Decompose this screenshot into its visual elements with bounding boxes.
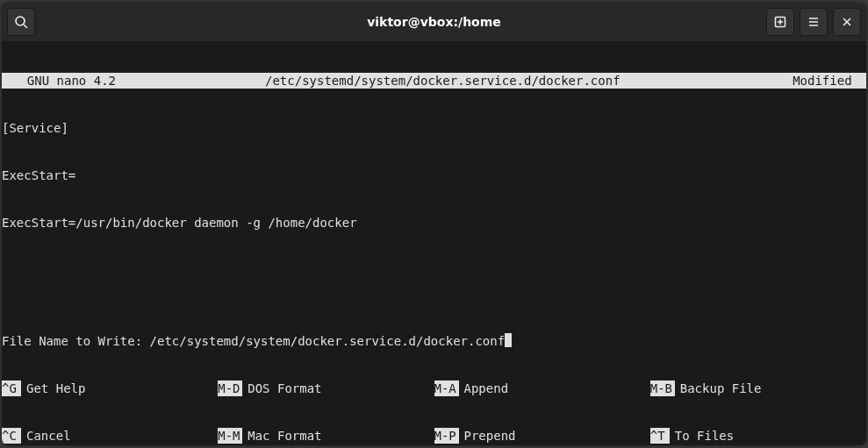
terminal-area[interactable]: GNU nano 4.2 /etc/systemd/system/docker.… (2, 41, 866, 445)
hamburger-icon (807, 15, 821, 29)
titlebar: viktor@vbox:/home (2, 3, 866, 41)
nano-content: [Service] ExecStart= ExecStart=/usr/bin/… (2, 89, 866, 262)
shortcut-key: ^T (650, 428, 670, 444)
new-tab-button[interactable] (766, 8, 794, 36)
shortcut-key: ^C (2, 428, 21, 444)
shortcut-prepend: M-PPrepend (434, 428, 650, 444)
shortcut-label: DOS Format (242, 380, 321, 396)
nano-prompt[interactable]: File Name to Write: /etc/systemd/system/… (2, 333, 866, 349)
svg-line-1 (24, 25, 27, 28)
shortcut-key: M-B (650, 380, 675, 396)
shortcut-row: ^CCancel M-MMac Format M-PPrepend ^TTo F… (2, 428, 866, 444)
search-button[interactable] (7, 8, 35, 36)
shortcut-label: Prepend (459, 428, 516, 444)
shortcut-get-help: ^GGet Help (2, 380, 218, 396)
text-cursor (505, 333, 512, 347)
shortcut-key: ^G (2, 380, 21, 396)
content-line: [Service] (2, 120, 866, 136)
empty-area (2, 262, 866, 333)
prompt-input-value[interactable]: /etc/systemd/system/docker.service.d/doc… (150, 333, 506, 349)
shortcut-label: Mac Format (242, 428, 321, 444)
content-line: ExecStart= (2, 167, 866, 183)
shortcut-key: M-A (434, 380, 459, 396)
shortcut-dos-format: M-DDOS Format (218, 380, 434, 396)
close-button[interactable] (833, 8, 861, 36)
shortcut-key: M-P (434, 428, 459, 444)
shortcut-row: ^GGet Help M-DDOS Format M-AAppend M-BBa… (2, 380, 866, 396)
shortcut-backup-file: M-BBackup File (650, 380, 866, 396)
content-line: ExecStart=/usr/bin/docker daemon -g /hom… (2, 215, 866, 231)
close-icon (840, 15, 854, 29)
svg-point-0 (16, 17, 25, 25)
menu-button[interactable] (800, 8, 828, 36)
shortcut-label: Get Help (21, 380, 85, 396)
nano-shortcuts: ^GGet Help M-DDOS Format M-AAppend M-BBa… (2, 349, 866, 445)
shortcut-label: Cancel (21, 428, 71, 444)
nano-app-name: GNU nano 4.2 (2, 73, 265, 89)
shortcut-key: M-M (218, 428, 242, 444)
shortcut-mac-format: M-MMac Format (218, 428, 434, 444)
nano-header: GNU nano 4.2 /etc/systemd/system/docker.… (2, 73, 866, 89)
search-icon (14, 15, 28, 29)
nano-status: Modified (793, 73, 866, 89)
shortcut-label: Backup File (675, 380, 762, 396)
nano-file-name: /etc/systemd/system/docker.service.d/doc… (265, 73, 793, 89)
new-tab-icon (773, 15, 787, 29)
shortcut-append: M-AAppend (434, 380, 650, 396)
shortcut-label: Append (459, 380, 509, 396)
prompt-label: File Name to Write: (2, 333, 150, 349)
window-title: viktor@vbox:/home (367, 15, 501, 29)
shortcut-cancel: ^CCancel (2, 428, 218, 444)
shortcut-to-files: ^TTo Files (650, 428, 866, 444)
shortcut-label: To Files (670, 428, 734, 444)
terminal-window: viktor@vbox:/home GNU nano 4.2 /etc/syst… (2, 3, 866, 445)
shortcut-key: M-D (218, 380, 242, 396)
